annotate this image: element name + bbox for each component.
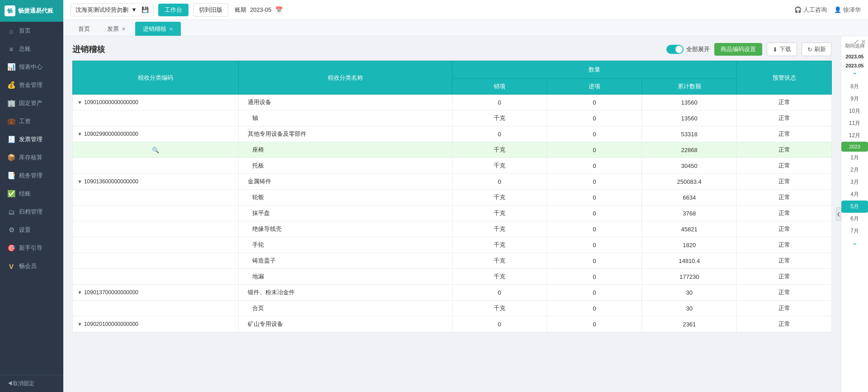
scroll-down-button[interactable]: ⌄ xyxy=(851,237,859,248)
user-menu[interactable]: 👤 徐泽华 xyxy=(834,6,861,14)
sidebar-label-archive: 归档管理 xyxy=(19,208,42,216)
table-row: 合页 千克 0 30 正常 xyxy=(73,301,832,316)
period-month-4[interactable]: 4月 xyxy=(841,188,868,201)
refresh-button[interactable]: ↻ 刷新 xyxy=(802,43,832,56)
sidebar-item-settlement[interactable]: ✅ 结账 xyxy=(0,185,63,203)
sidebar-item-inventory[interactable]: 📦 库存核算 xyxy=(0,148,63,167)
archive-icon: 🗂 xyxy=(7,208,15,216)
table-row: 地漏 千克 0 177230 正常 xyxy=(73,269,832,285)
cell-name: 锻件、粉末冶金件 xyxy=(239,285,452,301)
help-label: 人工咨询 xyxy=(803,6,827,14)
panel-expand-button[interactable]: ⤢ xyxy=(854,38,859,45)
cell-total: 250083.4 xyxy=(642,174,737,190)
period-value: 2023-05 xyxy=(250,6,272,13)
tab-invoice-close[interactable]: ✕ xyxy=(122,26,126,32)
reconciliation-table: 税收分类编码 税收分类名称 数量 预警状态 销项 进项 累计数额 xyxy=(72,61,832,332)
cell-sales: 0 xyxy=(547,158,642,174)
sidebar-label-reports: 报表中心 xyxy=(19,63,42,71)
tabs-bar: 首页 发票 ✕ 进销稽核 ✕ xyxy=(63,20,868,36)
page-content: 进销稽核 全部展开 商品编码设置 ⬇ 下载 ↻ 刷新 xyxy=(63,36,841,392)
period-month-8[interactable]: 8月 xyxy=(841,81,868,93)
period-month-12[interactable]: 12月 xyxy=(841,129,868,142)
sidebar-item-home[interactable]: ⌂ 首页 xyxy=(0,22,63,40)
product-code-button[interactable]: 商品编码设置 xyxy=(714,43,762,56)
cell-total: 13560 xyxy=(642,110,737,126)
table-header-row-top: 税收分类编码 税收分类名称 数量 预警状态 xyxy=(73,61,832,79)
cell-total: 22868 xyxy=(642,142,737,158)
company-selector[interactable]: 沈海英测试经营勿删 ▼ 💾 xyxy=(71,4,154,16)
period-month-5[interactable]: 5月 xyxy=(841,201,868,213)
member-icon: V xyxy=(7,263,15,270)
period-month-3[interactable]: 3月 xyxy=(841,176,868,188)
sidebar-item-reports[interactable]: 📊 报表中心 xyxy=(0,58,63,76)
sidebar-item-tax[interactable]: 📑 税务管理 xyxy=(0,167,63,185)
cell-unit: 千克 xyxy=(452,142,547,158)
period-month-9[interactable]: 9月 xyxy=(841,93,868,105)
calendar-icon[interactable]: 📅 xyxy=(275,6,283,13)
sidebar-item-payroll[interactable]: 💼 工资 xyxy=(0,112,63,130)
sidebar-item-guide[interactable]: 🎯 新手引导 xyxy=(0,239,63,257)
th-tax-name: 税收分类名称 xyxy=(239,61,452,95)
period-month-2[interactable]: 2月 xyxy=(841,164,868,176)
sidebar-item-assets[interactable]: 🏢 固定资产 xyxy=(0,94,63,112)
cell-name: 矿山专用设备 xyxy=(239,316,452,332)
sidebar-logo: 畅 畅捷通易代账 xyxy=(0,0,63,22)
period-month-7[interactable]: 7月 xyxy=(841,225,868,237)
cell-status: 正常 xyxy=(737,126,832,142)
cancel-fixed-button[interactable]: ◀取消固定 xyxy=(0,375,63,392)
tab-reconciliation[interactable]: 进销稽核 ✕ xyxy=(135,22,181,36)
table-row: 托板 千克 0 30450 正常 xyxy=(73,158,832,174)
tax-icon: 📑 xyxy=(7,172,15,180)
th-warning: 预警状态 xyxy=(737,61,832,95)
cell-status: 正常 xyxy=(737,142,832,158)
period-year-2023-top: 2023.05 xyxy=(845,52,865,61)
page-header: 进销稽核 全部展开 商品编码设置 ⬇ 下载 ↻ 刷新 xyxy=(63,36,841,61)
toggle-text: 全部展开 xyxy=(686,45,710,53)
table-row: ▼109010000000000000 通用设备 0 0 13560 正常 xyxy=(73,95,832,110)
cell-code xyxy=(73,158,239,174)
cell-unit: 千克 xyxy=(452,110,547,126)
table-row: 轴 千克 0 13560 正常 xyxy=(73,110,832,126)
period-month-11[interactable]: 11月 xyxy=(841,117,868,129)
sidebar-label-settlement: 结账 xyxy=(19,190,31,198)
user-name: 徐泽华 xyxy=(843,6,861,14)
panel-close-button[interactable]: ✕ xyxy=(861,38,866,45)
sidebar-item-archive[interactable]: 🗂 归档管理 xyxy=(0,203,63,221)
cell-code: ▼109029900000000000 xyxy=(73,126,239,142)
topbar-right: 🎧 人工咨询 👤 徐泽华 xyxy=(794,6,861,14)
cell-total: 53318 xyxy=(642,126,737,142)
cell-status: 正常 xyxy=(737,95,832,110)
download-button[interactable]: ⬇ 下载 xyxy=(767,43,797,56)
sidebar-item-funds[interactable]: 💰 资金管理 xyxy=(0,76,63,94)
sidebar-item-settings[interactable]: ⚙ 设置 xyxy=(0,221,63,239)
help-button[interactable]: 🎧 人工咨询 xyxy=(794,6,827,14)
tab-reconciliation-close[interactable]: ✕ xyxy=(169,26,173,32)
reports-icon: 📊 xyxy=(7,63,15,71)
sidebar-item-invoice[interactable]: 🧾 发票管理 xyxy=(0,130,63,148)
workspace-button[interactable]: 工作台 xyxy=(158,4,189,16)
cell-sales: 0 xyxy=(452,95,547,110)
table-row: 手轮 千克 0 1820 正常 xyxy=(73,237,832,253)
sidebar-item-ledger[interactable]: ≡ 总账 xyxy=(0,40,63,58)
tab-invoice[interactable]: 发票 ✕ xyxy=(99,22,133,36)
expand-toggle[interactable] xyxy=(666,45,684,54)
sidebar-label-settings: 设置 xyxy=(19,226,31,234)
cell-name: 轴 xyxy=(239,110,452,126)
period-month-1[interactable]: 1月 xyxy=(841,152,868,164)
page-title: 进销稽核 xyxy=(72,44,105,55)
scroll-up-button[interactable]: ⌃ xyxy=(851,70,859,81)
cell-sales: 0 xyxy=(452,174,547,190)
period-year-badge: 2023 xyxy=(841,142,868,152)
cell-name: 通用设备 xyxy=(239,95,452,110)
download-icon: ⬇ xyxy=(773,46,778,53)
period-month-6[interactable]: 6月 xyxy=(841,213,868,225)
cell-total: 13560 xyxy=(642,95,737,110)
tab-home[interactable]: 首页 xyxy=(71,22,98,36)
period-month-10[interactable]: 10月 xyxy=(841,105,868,117)
cell-code: ▼109013600000000000 xyxy=(73,174,239,190)
user-icon: 👤 xyxy=(834,6,841,13)
sidebar-item-member[interactable]: V 畅会员 xyxy=(0,257,63,275)
switch-version-button[interactable]: 切到旧版 xyxy=(193,3,228,17)
panel-toggle-button[interactable]: ❮ xyxy=(836,207,841,221)
main-content: 沈海英测试经营勿删 ▼ 💾 工作台 切到旧版 账期 2023-05 📅 🎧 人工… xyxy=(63,0,868,392)
